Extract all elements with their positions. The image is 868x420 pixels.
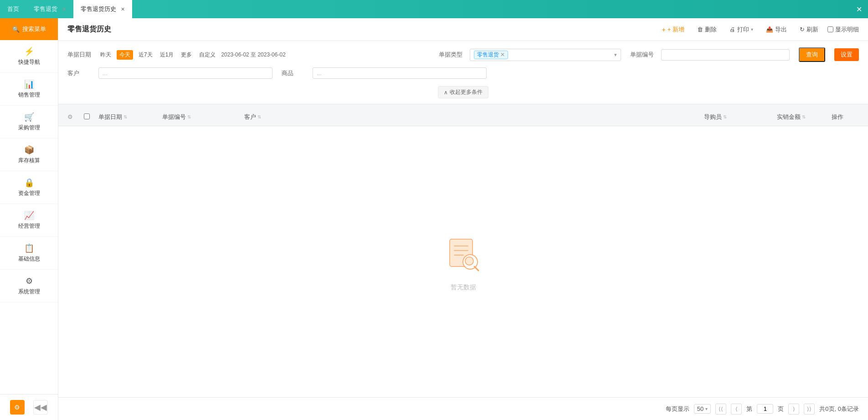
filter-row-1: 单据日期 昨天 今天 近7天 近1月 更多 自定义 2023-06-02 至 2…: [67, 47, 859, 62]
first-page-button[interactable]: ⟨⟨: [715, 404, 726, 415]
date-opt-yesterday[interactable]: 昨天: [98, 51, 113, 59]
filter-area: 单据日期 昨天 今天 近7天 近1月 更多 自定义 2023-06-02 至 2…: [58, 41, 868, 104]
collapse-icon: ◀◀: [34, 402, 47, 412]
tab-retail-return-history-label: 零售退货历史: [81, 5, 116, 13]
new-button[interactable]: + + 新增: [658, 24, 688, 36]
show-detail-checkbox[interactable]: [827, 26, 833, 32]
filter-customer-input[interactable]: [98, 67, 272, 79]
sidebar-collapse-button[interactable]: ◀◀: [33, 400, 48, 415]
sidebar-item-finance[interactable]: 🔒 资金管理: [0, 171, 58, 204]
sidebar-item-purchase[interactable]: 🛒 采购管理: [0, 106, 58, 138]
tab-retail-return-label: 零售退货: [34, 5, 57, 13]
show-detail-label: 显示明细: [835, 26, 859, 34]
per-page-arrow: ▾: [705, 406, 708, 411]
filter-row-2: 客户 商品: [67, 67, 859, 79]
search-icon: 🔍: [12, 26, 20, 33]
tab-home-label: 首页: [7, 5, 19, 13]
type-tag-close[interactable]: ✕: [500, 51, 505, 58]
sidebar-search-button[interactable]: 🔍 搜索菜单: [0, 18, 58, 40]
sidebar-item-sales[interactable]: 📊 销售管理: [0, 73, 58, 106]
content-area: 零售退货历史 + + 新增 🗑 删除 🖨 打印 ▾ 📤 导出: [58, 18, 868, 420]
sidebar-item-quick-nav[interactable]: ⚡ 快捷导航: [0, 40, 58, 73]
filter-no-input[interactable]: [661, 49, 790, 61]
page-unit: 页: [778, 405, 784, 413]
sidebar-item-inventory[interactable]: 📦 库存核算: [0, 138, 58, 171]
filter-no-label: 单据编号: [630, 51, 657, 59]
filter-type-label: 单据类型: [439, 51, 466, 59]
sales-icon: 📊: [24, 79, 34, 89]
filter-type-select[interactable]: 零售退货 ✕ ▾: [470, 49, 621, 61]
delete-button[interactable]: 🗑 删除: [693, 24, 720, 36]
next-page-button[interactable]: ⟩: [788, 404, 799, 415]
filter-type: 单据类型 零售退货 ✕ ▾: [439, 49, 621, 61]
th-date[interactable]: 单据日期 ⇅: [95, 113, 159, 121]
sidebar-item-basic-info[interactable]: 📋 基础信息: [0, 237, 58, 270]
sidebar-menu: ⚡ 快捷导航 📊 销售管理 🛒 采购管理 📦 库存核算 🔒 资金管理 📈: [0, 40, 58, 394]
filter-goods-label: 商品: [282, 69, 309, 77]
date-opt-today[interactable]: 今天: [117, 50, 133, 60]
sidebar-item-operations[interactable]: 📈 经营管理: [0, 204, 58, 237]
date-options: 昨天 今天 近7天 近1月 更多 自定义: [98, 50, 217, 60]
window-close-button[interactable]: ✕: [850, 0, 868, 18]
sidebar-footer: ⚙ ◀◀: [0, 394, 58, 420]
th-amount[interactable]: 实销金额 ⇅: [773, 113, 828, 121]
sidebar-search-label: 搜索菜单: [22, 25, 46, 33]
pagination: 每页显示 50 ▾ ⟨⟨ ⟨ 第 页 ⟩ ⟩⟩ 共0页, 0条记录: [58, 397, 868, 420]
settings-button[interactable]: 设置: [834, 48, 859, 61]
filter-goods-input[interactable]: [313, 67, 487, 79]
empty-text: 暂无数据: [451, 283, 476, 292]
th-customer[interactable]: 客户 ⇅: [241, 113, 700, 121]
top-bar: 首页 零售退货 ✕ 零售退货历史 ✕ ✕: [0, 0, 868, 18]
show-detail-checkbox-label[interactable]: 显示明细: [827, 26, 859, 34]
select-all-checkbox[interactable]: [84, 113, 90, 119]
collapse-filter-button[interactable]: ∧ 收起更多条件: [438, 86, 488, 98]
export-label: 导出: [775, 26, 787, 34]
last-page-button[interactable]: ⟩⟩: [804, 404, 815, 415]
date-opt-more[interactable]: 更多: [179, 51, 194, 59]
print-dropdown-icon: ▾: [751, 27, 753, 32]
tab-retail-return-close[interactable]: ✕: [62, 6, 66, 12]
page-title: 零售退货历史: [67, 25, 111, 34]
filter-customer: 客户: [67, 67, 272, 79]
page-header: 零售退货历史 + + 新增 🗑 删除 🖨 打印 ▾ 📤 导出: [58, 18, 868, 41]
date-opt-1month[interactable]: 近1月: [158, 51, 176, 59]
sidebar-settings-button[interactable]: ⚙: [10, 400, 25, 415]
query-button[interactable]: 查询: [799, 47, 825, 62]
tab-list: 首页 零售退货 ✕ 零售退货历史 ✕: [0, 0, 850, 18]
print-button[interactable]: 🖨 打印 ▾: [726, 24, 757, 36]
table-area: ⚙ 单据日期 ⇅ 单据编号 ⇅ 客户 ⇅ 导购员 ⇅: [58, 108, 868, 397]
per-page-select[interactable]: 50 ▾: [694, 404, 711, 414]
tab-retail-return-history[interactable]: 零售退货历史 ✕: [73, 0, 132, 18]
date-range-value: 2023-06-02 至 2023-06-02: [221, 51, 285, 59]
total-label: 共0页, 0条记录: [819, 405, 859, 413]
table-header: ⚙ 单据日期 ⇅ 单据编号 ⇅ 客户 ⇅ 导购员 ⇅: [58, 108, 868, 126]
th-date-label: 单据日期: [98, 113, 122, 121]
export-button[interactable]: 📤 导出: [762, 24, 791, 36]
page-input[interactable]: [757, 404, 773, 414]
export-icon: 📤: [766, 26, 773, 33]
print-label: 打印: [737, 26, 749, 34]
filter-date: 单据日期 昨天 今天 近7天 近1月 更多 自定义 2023-06-02 至 2…: [67, 50, 430, 60]
system-icon: ⚙: [26, 276, 33, 286]
date-opt-7days[interactable]: 近7天: [137, 51, 154, 59]
th-no-label: 单据编号: [162, 113, 186, 121]
tab-retail-return[interactable]: 零售退货 ✕: [26, 0, 73, 18]
type-select-arrow: ▾: [614, 52, 617, 58]
refresh-icon: ↻: [800, 26, 805, 33]
sidebar-item-system[interactable]: ⚙ 系统管理: [0, 270, 58, 302]
th-settings-icon[interactable]: ⚙: [62, 113, 78, 120]
refresh-button[interactable]: ↻ 刷新: [796, 24, 822, 36]
sidebar-item-operations-label: 经营管理: [18, 222, 40, 230]
th-no[interactable]: 单据编号 ⇅: [159, 113, 241, 121]
tab-home[interactable]: 首页: [0, 0, 26, 18]
prev-page-button[interactable]: ⟨: [731, 404, 742, 415]
main-layout: 🔍 搜索菜单 ⚡ 快捷导航 📊 销售管理 🛒 采购管理 📦 库存核算 🔒: [0, 18, 868, 420]
tab-retail-return-history-close[interactable]: ✕: [121, 6, 125, 12]
date-opt-custom[interactable]: 自定义: [197, 51, 217, 59]
empty-illustration: [441, 232, 486, 278]
th-guide[interactable]: 导购员 ⇅: [700, 113, 773, 121]
th-checkbox[interactable]: [78, 113, 95, 121]
plus-icon: +: [662, 26, 666, 33]
filter-customer-label: 客户: [67, 69, 95, 77]
new-label: + 新增: [668, 26, 684, 34]
